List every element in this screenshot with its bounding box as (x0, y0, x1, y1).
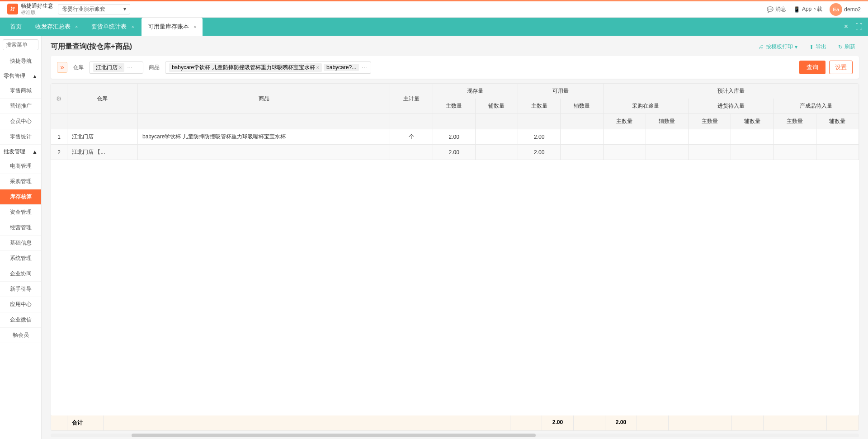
row2-avail-aux (561, 145, 603, 160)
query-button[interactable]: 查询 (799, 61, 826, 74)
product-main-header: 主数量 (774, 114, 816, 129)
sidebar-item-finance[interactable]: 资金管理 (0, 205, 41, 220)
incoming-pending-header: 进货待入量 (688, 99, 773, 114)
sidebar-item-basics[interactable]: 基础信息 (0, 236, 41, 251)
close-all-button[interactable]: × (842, 23, 850, 31)
product-filter-input[interactable]: babycare学饮杯 儿童防摔防撞吸管杯重力球吸嘴杯宝宝水杯 × babyca… (165, 61, 371, 74)
page-header: 可用量查询(按仓库+商品) 🖨 按模板打印 ▾ ⬆ 导出 ↻ 刷新 (42, 36, 868, 56)
chevron-down-icon: ▾ (123, 6, 126, 12)
tab-orders-close[interactable]: × (131, 24, 134, 29)
table-settings-icon[interactable]: ⚙ (56, 95, 62, 102)
avatar: Ea (830, 3, 842, 16)
product-tag-2: babycare?... (324, 64, 359, 71)
sidebar-item-wholesale[interactable]: 批发管理 ▲ (0, 145, 41, 159)
search-input[interactable] (3, 39, 38, 50)
sidebar-item-members[interactable]: 会员中心 (0, 114, 41, 129)
row1-warehouse: 江北门店 (67, 129, 138, 145)
row2-product-aux (816, 145, 859, 160)
filter-bar: » 仓库 江北门店 × ··· 商品 babycare学饮杯 儿童防摔防撞吸管杯… (51, 56, 859, 79)
summary-incoming-aux (764, 415, 795, 430)
sidebar-item-retail-management[interactable]: 零售管理 ▲ (0, 69, 41, 83)
warehouse-tag: 江北门店 × (93, 63, 124, 72)
filter-actions: 查询 设置 (799, 61, 853, 74)
row1-avail-aux (561, 129, 603, 145)
sidebar-item-retail-stats[interactable]: 零售统计 (0, 129, 41, 145)
refresh-label: 刷新 (844, 43, 855, 51)
warehouse-filter-label: 仓库 (73, 64, 84, 71)
print-label: 按模板打印 (766, 43, 793, 51)
planned-in-col-header: 预计入库量 (603, 84, 859, 99)
sidebar-item-ecommerce[interactable]: 电商管理 (0, 159, 41, 174)
warehouse-tag-remove[interactable]: × (119, 65, 122, 70)
refresh-icon: ↻ (838, 44, 843, 50)
expand-button[interactable]: ⛶ (854, 23, 864, 31)
row1-avail-main: 2.00 (518, 129, 561, 145)
sidebar-item-member-club[interactable]: 畅会员 (0, 328, 41, 343)
tab-receivables-close[interactable]: × (75, 24, 78, 29)
product-tag-1: babycare学饮杯 儿童防摔防撞吸管杯重力球吸嘴杯宝宝水杯 × (169, 63, 322, 72)
purchase-aux-header: 辅数量 (646, 114, 688, 129)
top-bar: 好 畅捷通好生意 标准版 母婴行业演示账套 ▾ 💬 消息 📱 App下载 Ea … (0, 1, 868, 18)
warehouse-col-header: 仓库 (67, 84, 138, 114)
message-button[interactable]: 💬 消息 (767, 5, 786, 13)
app-download-label: App下载 (802, 5, 822, 13)
user-profile[interactable]: Ea demo2 (830, 3, 861, 16)
sidebar-item-app-center[interactable]: 应用中心 (0, 297, 41, 312)
row2-unit (390, 145, 433, 160)
settings-button[interactable]: 设置 (829, 61, 853, 74)
sidebar-item-inventory[interactable]: 库存核算 (0, 189, 41, 205)
retail-management-label: 零售管理 (4, 72, 25, 80)
sidebar-item-purchase[interactable]: 采购管理 (0, 174, 41, 189)
row2-avail-main: 2.00 (518, 145, 561, 160)
empty-header-2 (137, 114, 390, 129)
summary-product-aux (827, 415, 859, 430)
sidebar-item-enterprise[interactable]: 企业协同 (0, 266, 41, 282)
tab-inventory-close[interactable]: × (193, 24, 196, 29)
sidebar-item-retail-mall[interactable]: 零售商城 (0, 83, 41, 99)
row2-warehouse: 江北门店 【... (67, 145, 138, 160)
product-aux-header: 辅数量 (816, 114, 859, 129)
export-icon: ⬆ (809, 44, 814, 50)
print-button[interactable]: 🖨 按模板打印 ▾ (755, 41, 801, 52)
page-actions: 🖨 按模板打印 ▾ ⬆ 导出 ↻ 刷新 (755, 41, 859, 52)
stock-aux-header (475, 114, 518, 129)
download-icon: 📱 (793, 6, 800, 13)
product-more[interactable]: ··· (362, 64, 367, 71)
sidebar-item-wechat[interactable]: 企业微信 (0, 312, 41, 328)
row2-stock-aux (475, 145, 518, 160)
avail-aux-qty-header: 辅数量 (561, 99, 603, 114)
tab-inventory[interactable]: 可用量库存账本 × (142, 18, 203, 36)
sidebar-item-tutorial[interactable]: 新手引导 (0, 282, 41, 297)
sidebar-item-system[interactable]: 系统管理 (0, 251, 41, 266)
sidebar-item-marketing[interactable]: 营销推广 (0, 99, 41, 114)
tab-orders-label: 要货单统计表 (91, 23, 127, 31)
warehouse-tag-text: 江北门店 (96, 64, 118, 71)
available-col-header: 可用量 (518, 84, 603, 99)
row1-incoming-aux (731, 129, 774, 145)
product-tag-1-remove[interactable]: × (316, 65, 319, 70)
export-button[interactable]: ⬆ 导出 (806, 41, 830, 52)
template-selector[interactable]: 母婴行业演示账套 ▾ (58, 4, 130, 14)
content-area: 可用量查询(按仓库+商品) 🖨 按模板打印 ▾ ⬆ 导出 ↻ 刷新 » (42, 36, 868, 439)
sidebar-item-operations[interactable]: 经营管理 (0, 220, 41, 236)
tab-receivables[interactable]: 收发存汇总表 × (29, 18, 84, 36)
tab-orders[interactable]: 要货单统计表 × (85, 18, 140, 36)
scroll-thumb[interactable] (132, 434, 536, 437)
refresh-button[interactable]: ↻ 刷新 (835, 41, 859, 52)
row2-purchase-aux (646, 145, 688, 160)
summary-label: 合计 (67, 415, 104, 430)
sidebar-item-quick-nav[interactable]: 快捷导航 (0, 54, 41, 69)
tab-home[interactable]: 首页 (4, 18, 28, 36)
warehouse-filter-input[interactable]: 江北门店 × ··· (89, 61, 143, 74)
incoming-aux-header: 辅数量 (731, 114, 774, 129)
horizontal-scrollbar[interactable] (51, 434, 859, 437)
members-label: 会员中心 (10, 118, 32, 125)
row2-incoming-aux (731, 145, 774, 160)
table-row: 1 江北门店 babycare学饮杯 儿童防摔防撞吸管杯重力球吸嘴杯宝宝水杯 个… (51, 129, 859, 145)
sidebar-search-area (0, 36, 41, 54)
app-download-button[interactable]: 📱 App下载 (793, 5, 822, 13)
warehouse-more[interactable]: ··· (127, 64, 132, 71)
avail-main-qty-header: 主数量 (518, 99, 561, 114)
incoming-main-header: 主数量 (688, 114, 731, 129)
filter-expand-button[interactable]: » (57, 62, 67, 73)
